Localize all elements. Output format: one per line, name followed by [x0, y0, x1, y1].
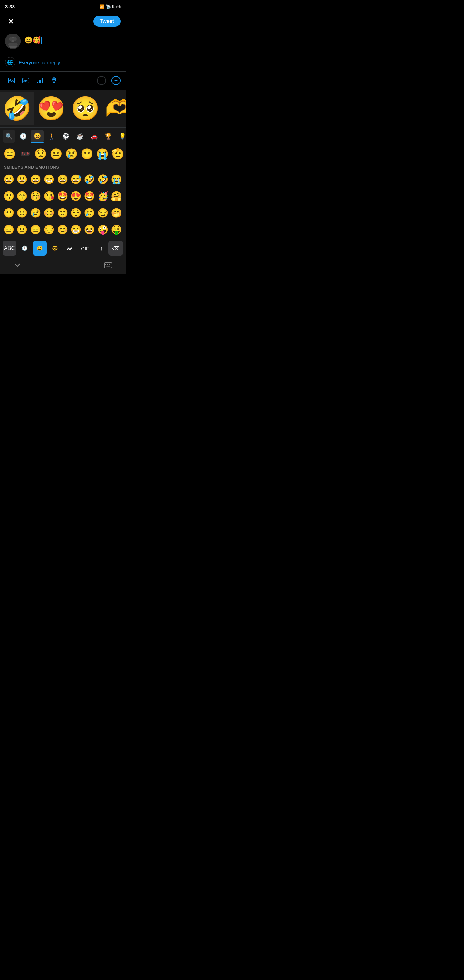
image-button[interactable] — [5, 74, 18, 87]
recent-emoji-3[interactable]: 😐 — [49, 147, 63, 161]
emoji-neutral[interactable]: 😐 — [16, 223, 29, 237]
emoji-expressionless2[interactable]: 😑 — [30, 223, 42, 237]
emoji-grin[interactable]: 😁 — [43, 172, 55, 186]
gif-button[interactable]: GIF — [19, 74, 32, 87]
emoji-smile2[interactable]: 🙂 — [56, 206, 68, 220]
svg-rect-13 — [41, 78, 43, 83]
emoji-kissing-heart[interactable]: 😘 — [43, 189, 55, 203]
emoji-cat-food[interactable]: ☕ — [73, 130, 86, 143]
sticker-badge: #$!@ — [21, 152, 30, 156]
emoji-sweat-smile[interactable]: 😅 — [70, 172, 82, 186]
emoji-star-struck[interactable]: 🤩 — [83, 189, 96, 203]
text-key[interactable]: AA — [63, 241, 77, 256]
nav-keyboard-icon[interactable] — [104, 261, 113, 271]
recent-emoji-6[interactable]: 😭 — [95, 147, 110, 161]
recent-key[interactable]: 🕐 — [18, 241, 32, 256]
emoji-cat-symbols[interactable]: 💡 — [116, 130, 126, 143]
emoji-cat-objects[interactable]: 🏆 — [102, 130, 115, 143]
emoji-shushing[interactable]: 🤭 — [110, 206, 122, 220]
emoji-cat-people[interactable]: 🚶 — [45, 130, 58, 143]
emoji-cat-smileys[interactable]: 😀 — [31, 130, 44, 143]
tweet-content: 😆🥰 — [24, 37, 41, 43]
featured-emoji-1[interactable]: 😍 — [34, 92, 68, 125]
battery-icon: 95% — [112, 4, 121, 9]
emoji-cat-recent[interactable]: 🕐 — [17, 130, 30, 143]
emoji-blush[interactable]: 😊 — [43, 206, 55, 220]
emoji-keyboard: 🔍 🕐 😀 🚶 ⚽ ☕ 🚗 🏆 💡 🔀 — [0, 128, 126, 238]
emoji-grinning[interactable]: 😀 — [3, 172, 15, 186]
emoji-smirk[interactable]: 😏 — [97, 206, 109, 220]
tweet-button[interactable]: Tweet — [94, 16, 121, 27]
text-cursor — [41, 37, 42, 44]
signal-icon: 📡 — [106, 4, 111, 9]
recent-emoji-7[interactable]: 🫡 — [111, 147, 125, 161]
emoji-tongue[interactable]: 😁 — [70, 223, 82, 237]
emoji-no-mouth[interactable]: 😶 — [3, 206, 15, 220]
wifi-icon: 📶 — [99, 4, 104, 9]
emoji-holding-back[interactable]: 🥲 — [83, 206, 96, 220]
svg-rect-18 — [109, 264, 110, 265]
emoji-money[interactable]: 🤑 — [110, 223, 122, 237]
emoji-heart-eyes[interactable]: 😍 — [70, 189, 82, 203]
poll-button[interactable] — [33, 74, 46, 87]
featured-emoji-3[interactable]: 🫶 — [102, 92, 126, 125]
search-cat-icon: 🔍 — [5, 133, 13, 140]
emoji-kissing-closed[interactable]: 😚 — [30, 189, 42, 203]
recent-emoji-4[interactable]: 😢 — [64, 147, 79, 161]
emoji-rofl[interactable]: 🤣 — [83, 172, 96, 186]
abc-key[interactable]: ABC — [3, 241, 16, 256]
emoji-smiling[interactable]: 😊 — [56, 223, 68, 237]
emoji-partying[interactable]: 🥳 — [97, 189, 109, 203]
emoji-key[interactable]: 😀 — [33, 241, 47, 256]
emoji-expressionless[interactable]: 😑 — [3, 223, 15, 237]
emoji-smile[interactable]: 😄 — [30, 172, 42, 186]
recent-sticker[interactable]: #$!@ — [18, 147, 32, 161]
location-button[interactable] — [48, 74, 60, 87]
recent-emoji-0[interactable]: 😑 — [3, 147, 17, 161]
gif-key[interactable]: GIF — [78, 241, 92, 256]
emoji-slightly-smiling[interactable]: 🙂 — [16, 206, 29, 220]
emoji-pensive[interactable]: 😔 — [43, 223, 55, 237]
avatar-image — [5, 33, 21, 49]
featured-emoji-2[interactable]: 🥺 — [68, 92, 102, 125]
emoji-cry-laugh[interactable]: 😭 — [110, 172, 122, 186]
tweet-text-field[interactable]: 😆🥰 — [24, 33, 121, 49]
avatar — [5, 33, 21, 49]
emoji-kissing-smile[interactable]: 😙 — [16, 189, 29, 203]
emoji-kissing[interactable]: 😗 — [3, 189, 15, 203]
reply-setting[interactable]: 🌐 Everyone can reply — [0, 53, 126, 71]
nav-chevron-down[interactable] — [13, 261, 22, 271]
character-counter — [97, 76, 106, 85]
emoji-grid-row4: 😑 😐 😑 😔 😊 😁 😆 🤪 🤑 — [0, 221, 126, 238]
recent-emoji-row: 😑 #$!@ 😟 😐 😢 😶 😭 🫡 😵 — [0, 145, 126, 162]
close-button[interactable] — [5, 16, 17, 27]
globe-icon: 🌐 — [5, 57, 16, 67]
emoji-heart-eyes2[interactable]: 🤩 — [56, 189, 68, 203]
emoji-smiley[interactable]: 😃 — [16, 172, 29, 186]
sticker-key[interactable]: 😎 — [48, 241, 62, 256]
emoji-zany[interactable]: 🤪 — [97, 223, 109, 237]
emoji-icon: 😀 — [37, 245, 43, 251]
svg-rect-11 — [37, 81, 38, 83]
emoji-squinting[interactable]: 😆 — [83, 223, 96, 237]
emoji-hugging[interactable]: 🤗 — [110, 189, 122, 203]
emoji-cry[interactable]: 😢 — [30, 206, 42, 220]
emoji-cat-activities[interactable]: ⚽ — [59, 130, 72, 143]
backspace-key[interactable]: ⌫ — [108, 241, 123, 256]
emoji-laughing[interactable]: 😆 — [56, 172, 68, 186]
text-icon: AA — [67, 246, 73, 250]
emoji-rolling-floor[interactable]: 🤣 — [97, 172, 109, 186]
svg-point-3 — [9, 37, 13, 41]
featured-emoji-0[interactable]: 🤣 — [0, 92, 34, 125]
emoticon-key[interactable]: :-) — [93, 241, 107, 256]
recent-emoji-5[interactable]: 😶 — [80, 147, 94, 161]
toolbar: GIF + — [0, 71, 126, 90]
emoji-cat-search[interactable]: 🔍 — [3, 130, 16, 143]
emoji-cat-travel[interactable]: 🚗 — [87, 130, 100, 143]
emoji-grid-row3: 😶 🙂 😢 😊 🙂 😌 🥲 😏 🤭 — [0, 204, 126, 221]
add-tweet-button[interactable]: + — [111, 76, 121, 85]
svg-text:GIF: GIF — [23, 80, 27, 83]
recent-emoji-2[interactable]: 😟 — [33, 147, 48, 161]
emoji-relieved[interactable]: 😌 — [70, 206, 82, 220]
svg-rect-17 — [107, 264, 108, 265]
